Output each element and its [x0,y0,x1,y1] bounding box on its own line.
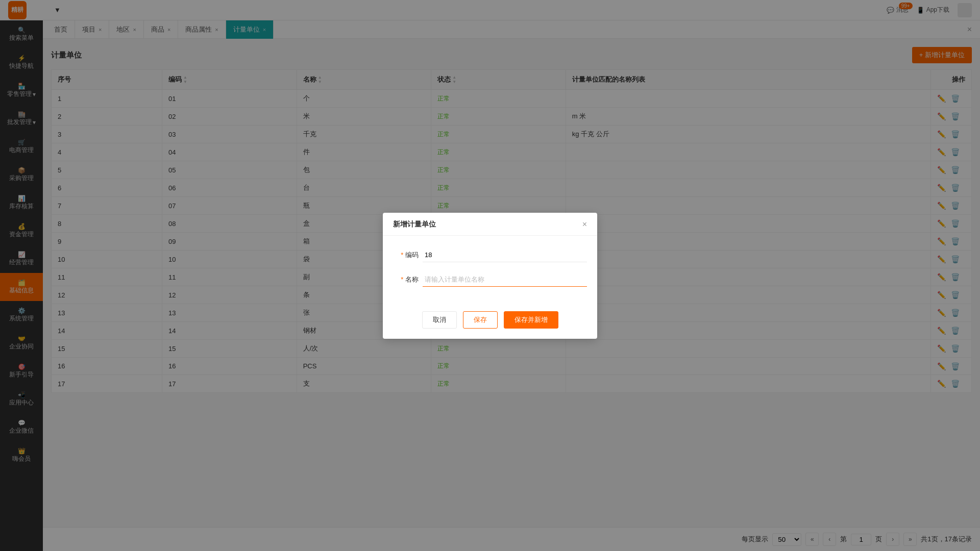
modal-close-button[interactable]: × [582,220,587,229]
modal-header: 新增计量单位 × [383,213,597,236]
modal-footer: 取消 保存 保存并新增 [383,305,597,339]
required-star: * [401,276,403,283]
add-unit-modal: 新增计量单位 × * 编码 * 名称 取消 保存 保存并新增 [383,213,597,339]
modal-body: * 编码 * 名称 [383,236,597,305]
cancel-button[interactable]: 取消 [422,311,457,329]
code-form-item: * 编码 [393,248,587,262]
save-button[interactable]: 保存 [463,311,498,329]
code-label: * 编码 [393,251,419,260]
modal-overlay: 新增计量单位 × * 编码 * 名称 取消 保存 保存并新增 [0,0,980,551]
save-and-new-button[interactable]: 保存并新增 [504,311,558,329]
name-label-text: 名称 [405,276,419,283]
name-label: * 名称 [393,275,419,284]
name-input[interactable] [423,272,587,287]
code-label-text: 编码 [405,251,419,259]
code-input[interactable] [423,248,587,262]
required-star: * [401,251,403,259]
name-form-item: * 名称 [393,272,587,287]
modal-title: 新增计量单位 [393,220,436,229]
